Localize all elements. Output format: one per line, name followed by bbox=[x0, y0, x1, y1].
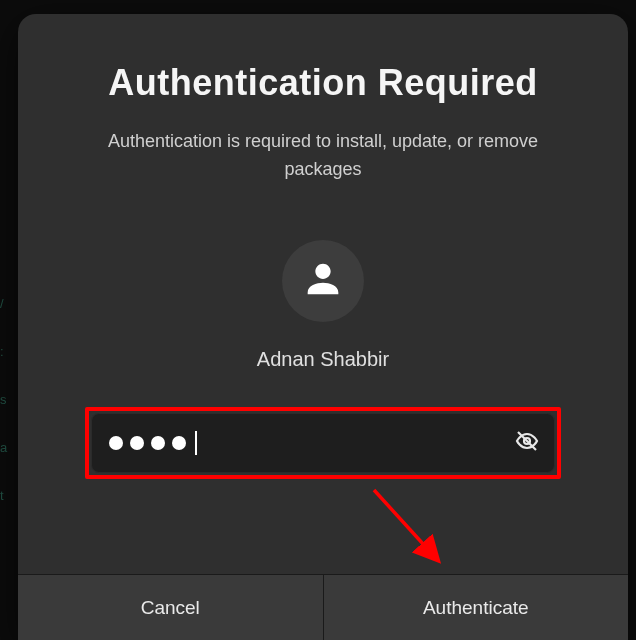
authenticate-button[interactable]: Authenticate bbox=[323, 575, 629, 640]
toggle-password-visibility-button[interactable] bbox=[513, 429, 541, 457]
dialog-body: Authentication Required Authentication i… bbox=[18, 14, 628, 574]
password-field-wrap bbox=[91, 413, 555, 473]
password-input[interactable] bbox=[91, 413, 555, 473]
password-mask bbox=[109, 431, 197, 455]
auth-dialog: Authentication Required Authentication i… bbox=[18, 14, 628, 640]
dialog-button-row: Cancel Authenticate bbox=[18, 574, 628, 640]
user-icon bbox=[300, 256, 346, 306]
user-avatar bbox=[282, 240, 364, 322]
eye-off-icon bbox=[515, 429, 539, 457]
user-name-label: Adnan Shabbir bbox=[257, 348, 389, 371]
dialog-title: Authentication Required bbox=[108, 62, 538, 104]
dialog-subtitle: Authentication is required to install, u… bbox=[83, 128, 563, 184]
cancel-button[interactable]: Cancel bbox=[18, 575, 323, 640]
text-caret bbox=[195, 431, 197, 455]
